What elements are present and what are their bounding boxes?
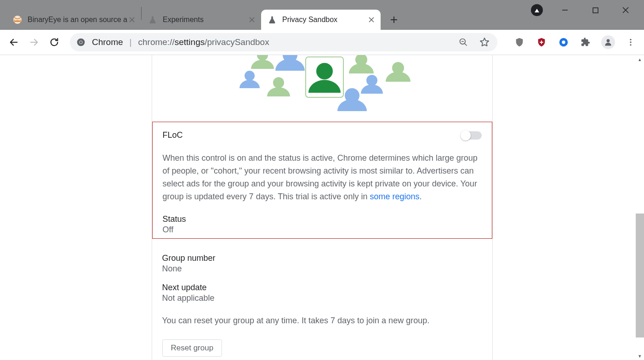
back-button[interactable] <box>5 33 23 51</box>
tab-binaryeye[interactable]: BinaryEye is an open source a <box>6 10 141 30</box>
minimize-button[interactable] <box>557 2 573 18</box>
tab-experiments[interactable]: Experiments <box>142 10 261 30</box>
svg-point-14 <box>630 41 631 43</box>
bookmark-star-icon[interactable] <box>478 36 491 49</box>
floc-toggle[interactable] <box>462 131 482 140</box>
svg-point-19 <box>273 77 284 88</box>
chrome-icon <box>76 38 85 47</box>
reload-button[interactable] <box>45 33 63 51</box>
scroll-up-arrow[interactable]: ▴ <box>636 55 644 63</box>
floc-illustration <box>152 55 492 112</box>
flask-icon <box>268 15 277 24</box>
scrollbar-thumb[interactable] <box>636 214 644 338</box>
overflow-menu-icon[interactable] <box>624 36 637 49</box>
origin-label: Chrome <box>92 37 123 47</box>
extension-circle-icon[interactable] <box>557 36 570 49</box>
tab-title: BinaryEye is an open source a <box>28 16 127 24</box>
svg-point-13 <box>630 39 631 40</box>
maximize-button[interactable] <box>587 2 604 18</box>
new-tab-button[interactable] <box>386 12 402 28</box>
origin-separator: | <box>130 37 132 47</box>
svg-point-11 <box>562 40 565 44</box>
titlebar: BinaryEye is an open source a Experiment… <box>0 0 644 30</box>
incognito-icon <box>531 4 543 16</box>
tab-close-button[interactable] <box>247 15 256 24</box>
status-value: Off <box>163 225 482 235</box>
settings-card: FLoC When this control is on and the sta… <box>152 55 493 360</box>
next-update-value: Not applicable <box>162 293 482 303</box>
address-bar[interactable]: Chrome | chrome://settings/privacySandbo… <box>70 33 497 51</box>
svg-point-21 <box>245 71 255 81</box>
reset-group-button[interactable]: Reset group <box>162 339 222 357</box>
tab-close-button[interactable] <box>127 15 137 24</box>
svg-point-0 <box>13 16 22 24</box>
forward-button[interactable] <box>25 33 43 51</box>
extensions-row <box>513 35 637 49</box>
status-label: Status <box>163 214 482 224</box>
adblock-shield-icon[interactable] <box>535 36 548 49</box>
ublock-shield-icon[interactable] <box>513 36 526 49</box>
toolbar: Chrome | chrome://settings/privacySandbo… <box>0 30 644 55</box>
floc-description: When this control is on and the status i… <box>163 152 482 203</box>
tab-privacy-sandbox[interactable]: Privacy Sandbox <box>261 10 381 30</box>
svg-line-8 <box>465 44 467 46</box>
url-display: chrome://settings/privacySandbox <box>138 37 269 47</box>
flask-icon <box>148 15 157 24</box>
status-block: Status Off <box>163 214 482 235</box>
group-number-label: Group number <box>162 253 482 263</box>
settings-viewport: FLoC When this control is on and the sta… <box>0 55 644 360</box>
tab-favicon-binaryeye <box>13 15 22 24</box>
floc-lower: Group number None Next update Not applic… <box>152 239 492 360</box>
some-regions-link[interactable]: some regions <box>370 192 419 201</box>
toggle-knob <box>461 130 471 141</box>
group-number-value: None <box>162 264 482 274</box>
window-controls <box>531 0 644 20</box>
svg-point-12 <box>607 39 610 42</box>
tab-strip: BinaryEye is an open source a Experiment… <box>0 0 402 30</box>
scroll-down-arrow[interactable]: ▾ <box>636 352 644 360</box>
svg-marker-1 <box>535 9 539 12</box>
tab-title: Privacy Sandbox <box>282 16 367 24</box>
floc-heading: FLoC <box>163 130 183 140</box>
tab-title: Experiments <box>163 16 247 24</box>
close-window-button[interactable] <box>617 2 634 18</box>
svg-point-25 <box>316 63 333 79</box>
profile-avatar[interactable] <box>601 35 615 49</box>
tab-close-button[interactable] <box>367 15 376 24</box>
zoom-icon[interactable] <box>457 36 470 49</box>
svg-rect-3 <box>593 8 598 13</box>
svg-point-15 <box>630 44 631 45</box>
extensions-puzzle-icon[interactable] <box>579 36 592 49</box>
next-update-label: Next update <box>162 283 482 292</box>
svg-point-22 <box>366 75 377 86</box>
floc-section: FLoC When this control is on and the sta… <box>152 122 492 239</box>
reset-note: You can reset your group at any time. It… <box>162 316 482 326</box>
svg-point-6 <box>80 41 82 43</box>
vertical-scrollbar[interactable]: ▴ ▾ <box>636 55 644 360</box>
